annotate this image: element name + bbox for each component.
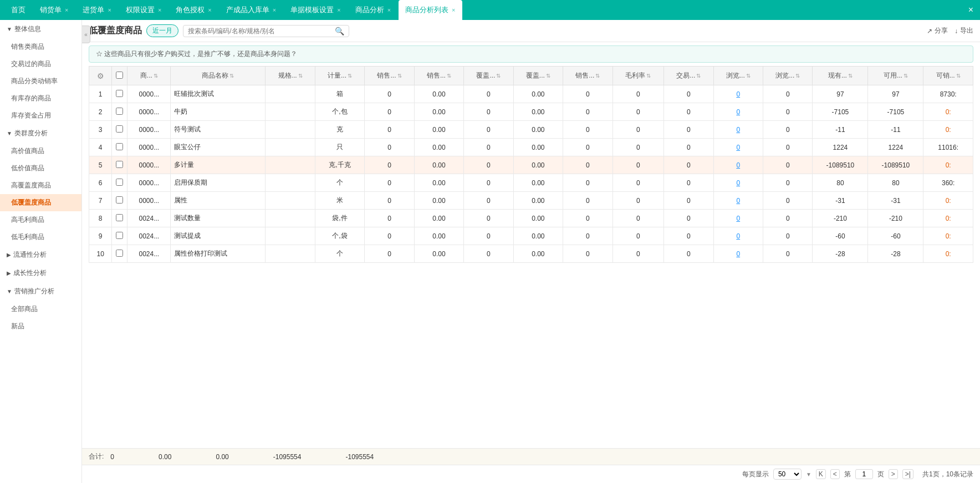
close-icon[interactable]: × xyxy=(158,7,161,13)
sidebar-item-low-value[interactable]: 低价值商品 xyxy=(0,160,81,177)
select-all-checkbox[interactable] xyxy=(116,72,123,79)
col-trade-header[interactable]: 交易...⇅ xyxy=(664,67,713,85)
row-checkbox-cell[interactable] xyxy=(112,227,127,245)
row-checkbox[interactable] xyxy=(116,143,123,150)
col-spec-header[interactable]: 规格...⇅ xyxy=(266,67,315,85)
sidebar-item-high-margin[interactable]: 高毛利商品 xyxy=(0,211,81,228)
collapse-sidebar-button[interactable]: « xyxy=(82,26,90,43)
nav-product-warehouse[interactable]: 产成品入库单 × xyxy=(220,0,283,20)
close-icon[interactable]: × xyxy=(387,7,391,13)
sidebar-item-category-sales-rate[interactable]: 商品分类动销率 xyxy=(0,73,81,90)
close-icon[interactable]: × xyxy=(108,7,111,13)
nav-sales-order[interactable]: 销货单 × xyxy=(33,0,75,20)
row-browse1[interactable]: 0 xyxy=(713,227,763,245)
close-icon[interactable]: × xyxy=(337,7,340,13)
row-browse1[interactable]: 0 xyxy=(713,174,763,192)
col-sellable-header[interactable]: 可销...⇅ xyxy=(923,67,973,85)
per-page-select[interactable]: 50 20 100 200 xyxy=(773,469,802,480)
global-close-button[interactable]: × xyxy=(968,5,973,15)
col-sales3-header[interactable]: 销售...⇅ xyxy=(563,67,612,85)
last-page-button[interactable]: >| xyxy=(902,469,913,479)
row-checkbox[interactable] xyxy=(116,90,123,97)
date-filter-button[interactable]: 近一月 xyxy=(146,24,178,37)
col-sales-qty-header[interactable]: 销售...⇅ xyxy=(365,67,414,85)
col-unit-header[interactable]: 计量...⇅ xyxy=(315,67,364,85)
col-cover2-header[interactable]: 覆盖...⇅ xyxy=(513,67,563,85)
row-gross-margin: 0 xyxy=(612,192,664,210)
col-gross-margin-header[interactable]: 毛利率⇅ xyxy=(612,67,664,85)
row-browse1[interactable]: 0 xyxy=(713,85,763,103)
nav-home[interactable]: 首页 xyxy=(4,0,32,20)
row-checkbox[interactable] xyxy=(116,196,123,204)
export-button[interactable]: ↓ 导出 xyxy=(955,26,973,35)
row-checkbox-cell[interactable] xyxy=(112,121,127,139)
row-checkbox[interactable] xyxy=(116,250,123,257)
row-checkbox-cell[interactable] xyxy=(112,174,127,192)
col-browse2-header[interactable]: 浏览...⇅ xyxy=(763,67,813,85)
row-checkbox-cell[interactable] xyxy=(112,103,127,121)
row-checkbox[interactable] xyxy=(116,214,123,221)
sidebar-item-high-value[interactable]: 高价值商品 xyxy=(0,143,81,160)
close-icon[interactable]: × xyxy=(452,7,455,13)
page-number-input[interactable] xyxy=(855,469,873,479)
close-icon[interactable]: × xyxy=(273,7,276,13)
row-browse1[interactable]: 0 xyxy=(713,156,763,174)
sidebar-item-in-stock-goods[interactable]: 有库存的商品 xyxy=(0,90,81,107)
col-available-header[interactable]: 可用...⇅ xyxy=(868,67,923,85)
settings-icon[interactable]: ⚙ xyxy=(97,72,104,80)
next-page-button[interactable]: > xyxy=(889,469,898,479)
row-checkbox-cell[interactable] xyxy=(112,192,127,210)
row-checkbox-cell[interactable] xyxy=(112,210,127,227)
row-checkbox-cell[interactable] xyxy=(112,139,127,156)
sidebar-item-sales-goods[interactable]: 销售类商品 xyxy=(0,38,81,55)
sidebar-item-all-goods[interactable]: 全部商品 xyxy=(0,301,81,318)
sidebar-item-high-coverage[interactable]: 高覆盖度商品 xyxy=(0,177,81,194)
nav-purchase-order[interactable]: 进货单 × xyxy=(76,0,118,20)
row-checkbox[interactable] xyxy=(116,161,123,168)
nav-product-analysis[interactable]: 商品分析 × xyxy=(349,0,397,20)
close-icon[interactable]: × xyxy=(208,7,211,13)
col-sales-amt-header[interactable]: 销售...⇅ xyxy=(414,67,463,85)
sidebar-item-low-coverage[interactable]: 低覆盖度商品 xyxy=(0,194,81,211)
sidebar-section-circulation[interactable]: ▶ 流通性分析 xyxy=(0,246,81,264)
row-browse1[interactable]: 0 xyxy=(713,121,763,139)
row-checkbox-cell[interactable] xyxy=(112,245,127,263)
table-row: 6 0000... 启用保质期 个 0 0.00 0 0.00 0 0 0 0 … xyxy=(89,174,973,192)
row-browse1[interactable]: 0 xyxy=(713,210,763,227)
sidebar-section-cluster[interactable]: ▼ 类群度分析 xyxy=(0,124,81,143)
col-current-stock-header[interactable]: 现有...⇅ xyxy=(813,67,868,85)
row-current-stock: -1089510 xyxy=(813,156,868,174)
row-browse1[interactable]: 0 xyxy=(713,139,763,156)
row-checkbox[interactable] xyxy=(116,125,123,133)
first-page-button[interactable]: K xyxy=(816,469,826,479)
search-input[interactable] xyxy=(188,27,333,35)
nav-permission-settings[interactable]: 权限设置 × xyxy=(119,0,168,20)
row-checkbox[interactable] xyxy=(116,179,123,186)
sidebar-item-stock-capital[interactable]: 库存资金占用 xyxy=(0,107,81,124)
sidebar-item-traded-goods[interactable]: 交易过的商品 xyxy=(0,55,81,73)
sidebar-item-new-goods[interactable]: 新品 xyxy=(0,318,81,335)
nav-product-analysis-list[interactable]: 商品分析列表 × xyxy=(399,0,462,20)
col-cover1-header[interactable]: 覆盖...⇅ xyxy=(464,67,513,85)
col-browse1-header[interactable]: 浏览...⇅ xyxy=(713,67,763,85)
nav-role-auth[interactable]: 角色授权 × xyxy=(169,0,218,20)
row-checkbox-cell[interactable] xyxy=(112,156,127,174)
col-code-header[interactable]: 商...⇅ xyxy=(127,67,171,85)
share-button[interactable]: ↗ 分享 xyxy=(927,26,948,35)
row-checkbox[interactable] xyxy=(116,232,123,239)
col-settings[interactable]: ⚙ xyxy=(89,67,112,85)
prev-page-button[interactable]: < xyxy=(830,469,840,479)
row-browse1[interactable]: 0 xyxy=(713,103,763,121)
search-icon[interactable]: 🔍 xyxy=(335,27,344,35)
row-checkbox-cell[interactable] xyxy=(112,85,127,103)
row-checkbox[interactable] xyxy=(116,108,123,115)
sidebar-item-low-margin[interactable]: 低毛利商品 xyxy=(0,228,81,246)
sidebar-section-marketing[interactable]: ▼ 营销推广分析 xyxy=(0,282,81,301)
sidebar-section-overall[interactable]: ▼ 整体信息 xyxy=(0,20,81,38)
row-browse1[interactable]: 0 xyxy=(713,245,763,263)
close-icon[interactable]: × xyxy=(65,7,68,13)
nav-template-settings[interactable]: 单据模板设置 × xyxy=(284,0,347,20)
col-name-header[interactable]: 商品名称⇅ xyxy=(171,67,266,85)
sidebar-section-growth[interactable]: ▶ 成长性分析 xyxy=(0,264,81,282)
row-browse1[interactable]: 0 xyxy=(713,192,763,210)
